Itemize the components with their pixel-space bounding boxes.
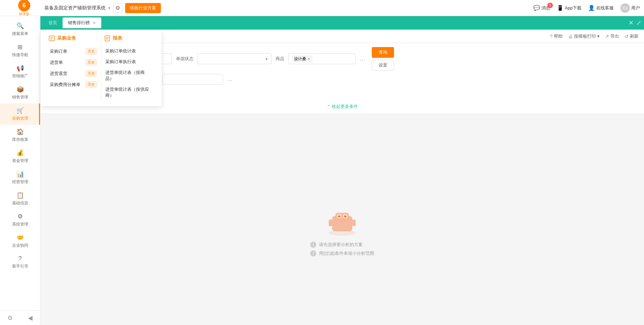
sidebar-item-purchase[interactable]: 🛒 采购管理 — [0, 104, 40, 125]
finance-icon: 💰 — [16, 149, 24, 157]
menu-item-po-stat[interactable]: 采购订单统计表 — [104, 46, 154, 56]
sidebar-item-basic[interactable]: 📋 基础信息 — [0, 188, 40, 209]
refresh-action[interactable]: ↺ 刷新 — [624, 33, 639, 39]
empty-illustration — [322, 203, 362, 236]
empty-state: 1 请先选择要分析的方案 2 用[过滤]条件来缩小分析范围 — [40, 114, 644, 325]
tip-num-1: 1 — [310, 242, 316, 248]
tip-num-2: 2 — [310, 250, 316, 256]
sidebar-label-inventory: 库存核算 — [12, 137, 28, 143]
notification-action[interactable]: 💬 消息 9 — [533, 5, 550, 11]
industry-btn[interactable]: 体验行业方案 — [125, 3, 161, 13]
tab-close-icon[interactable]: ✕ — [93, 21, 96, 25]
query-btn[interactable]: 查询 — [372, 47, 394, 58]
guide-icon: ? — [18, 255, 22, 262]
tab-sales-rank[interactable]: 销售排行榜 ✕ — [63, 17, 101, 28]
salesman-filter[interactable] — [163, 74, 223, 85]
product-tag: 设计桑 ✕ — [292, 55, 312, 63]
collapse-label: 收起更多条件 — [332, 104, 358, 110]
salesman-filter-more[interactable]: … — [227, 76, 232, 82]
menu-item-po[interactable]: 采购订单 历史 — [48, 46, 98, 57]
sidebar-item-inventory[interactable]: 🏠 库存核算 — [0, 125, 40, 146]
product-filter-more[interactable]: … — [360, 56, 365, 62]
service-icon: 👤 — [588, 5, 595, 11]
menu-item-po-label: 采购订单 — [50, 48, 67, 54]
sidebar-settings-btn[interactable]: ⚙ — [7, 314, 13, 322]
menu-item-po-stat-label: 采购订单统计表 — [105, 48, 136, 54]
product-filter[interactable]: 设计桑 ✕ — [288, 53, 356, 64]
menu-item-receipt[interactable]: 进货单 历史 — [48, 57, 98, 68]
settings-btn[interactable]: 设置 — [372, 60, 394, 71]
empty-tips: 1 请先选择要分析的方案 2 用[过滤]条件来缩小分析范围 — [310, 242, 374, 256]
sidebar-label-marketing: 营销推广 — [12, 73, 28, 79]
tab-home[interactable]: 首页 — [43, 17, 63, 28]
export-icon: ↗ — [605, 34, 609, 39]
doc-status-arrow-icon: ▾ — [265, 56, 268, 62]
sidebar-item-enterprise[interactable]: 🤝 企业协同 — [0, 231, 40, 252]
enterprise-icon: 🤝 — [16, 234, 24, 241]
help-action[interactable]: ? 帮助 — [550, 33, 563, 39]
notification-icon: 💬 — [533, 5, 540, 11]
history-badge-po: 历史 — [85, 48, 97, 54]
menu-item-return-label: 进货退货 — [50, 71, 67, 77]
sidebar-item-system[interactable]: ⚙ 系统管理 — [0, 209, 40, 231]
print-action[interactable]: 🖨 按模板打印 ▾ — [568, 33, 600, 39]
print-label: 按模板打印 — [574, 33, 596, 39]
tab-sales-rank-label: 销售排行榜 — [68, 20, 90, 26]
product-tag-close[interactable]: ✕ — [308, 57, 310, 61]
sidebar-item-finance[interactable]: 💰 资金管理 — [0, 146, 40, 167]
section-reports-title: 报表 — [104, 35, 154, 42]
sidebar-label-purchase: 采购管理 — [12, 116, 28, 121]
sales-icon: 📦 — [16, 86, 24, 93]
menu-item-receipt-stat-sup[interactable]: 进货单统计表（按供应商） — [104, 84, 154, 101]
sidebar-item-quick-nav[interactable]: ⊞ 快捷导航 — [0, 40, 40, 61]
app-download-action[interactable]: 📱 App下载 — [557, 5, 581, 11]
purchase-dropdown-menu: 采购业务 采购订单 历史 进货单 历史 进货退货 历史 采购费用分摊单 历史 — [40, 30, 162, 106]
svg-rect-5 — [338, 215, 341, 217]
settings-icon-btn[interactable]: ⚙ — [113, 3, 122, 13]
top-header: 6 标准版 装备及固定资产辅助管理系统 ▾ ⚙ 体验行业方案 💬 消息 9 📱 … — [0, 0, 644, 16]
sidebar-label-quick: 快捷导航 — [12, 52, 28, 58]
sidebar-item-marketing[interactable]: 📢 营销推广 — [0, 61, 40, 82]
sidebar-collapse-btn[interactable]: ◀ — [28, 314, 33, 322]
doc-status-label: 单据状态 — [176, 56, 193, 62]
menu-item-expense-label: 采购费用分摊单 — [50, 82, 80, 88]
search-icon: 🔍 — [16, 22, 24, 30]
tip-text-1: 请先选择要分析的方案 — [319, 242, 363, 248]
doc-status-select[interactable]: ▾ — [198, 53, 272, 64]
logo-text: 标准版 — [19, 12, 29, 16]
section-purchase-label: 采购业务 — [57, 35, 76, 41]
menu-section-reports: 报表 采购订单统计表 采购订单执行表 进货单统计表（按商品） 进货单统计表（按供… — [101, 35, 156, 101]
section-purchase-title: 采购业务 — [48, 35, 98, 42]
svg-rect-9 — [49, 36, 55, 41]
marketing-icon: 📢 — [16, 65, 24, 72]
user-action[interactable]: Ea 用户 — [620, 3, 640, 13]
online-service-label: 在线客服 — [596, 5, 614, 11]
system-dropdown-icon[interactable]: ▾ — [108, 6, 110, 10]
logo-area: 6 标准版 — [4, 0, 44, 16]
online-service-action[interactable]: 👤 在线客服 — [588, 5, 614, 11]
menu-item-receipt-stat-sup-label: 进货单统计表（按供应商） — [105, 86, 152, 98]
svg-rect-6 — [344, 215, 347, 217]
menu-item-receipt-stat-prod-label: 进货单统计表（按商品） — [105, 70, 152, 82]
action-buttons: 查询 设置 — [372, 47, 394, 71]
export-action[interactable]: ↗ 导出 — [605, 33, 619, 39]
menu-item-receipt-stat-prod[interactable]: 进货单统计表（按商品） — [104, 67, 154, 84]
app-download-label: App下载 — [565, 5, 581, 11]
tip-text-2: 用[过滤]条件来缩小分析范围 — [319, 250, 374, 256]
user-avatar: Ea — [620, 3, 630, 13]
menu-item-return[interactable]: 进货退货 历史 — [48, 68, 98, 79]
tab-close-all-btn[interactable]: ✕ — [629, 19, 634, 27]
sidebar-item-guide[interactable]: ? 新手引导 — [0, 252, 40, 273]
history-badge-receipt: 历史 — [85, 59, 97, 66]
sidebar-item-search[interactable]: 🔍 搜索菜单 — [0, 19, 40, 40]
print-dropdown-icon[interactable]: ▾ — [597, 34, 600, 39]
tab-expand-btn[interactable]: ⤢ — [636, 19, 641, 27]
refresh-icon: ↺ — [624, 34, 629, 39]
menu-item-po-exec-label: 采购订单执行表 — [105, 59, 136, 65]
system-title: 装备及固定资产辅助管理系统 — [44, 5, 106, 11]
menu-item-po-exec[interactable]: 采购订单执行表 — [104, 56, 154, 67]
sidebar-item-sales[interactable]: 📦 销售管理 — [0, 82, 40, 104]
menu-item-expense[interactable]: 采购费用分摊单 历史 — [48, 79, 98, 90]
menu-item-receipt-label: 进货单 — [50, 59, 63, 66]
sidebar-item-operations[interactable]: 📊 经营管理 — [0, 167, 40, 188]
